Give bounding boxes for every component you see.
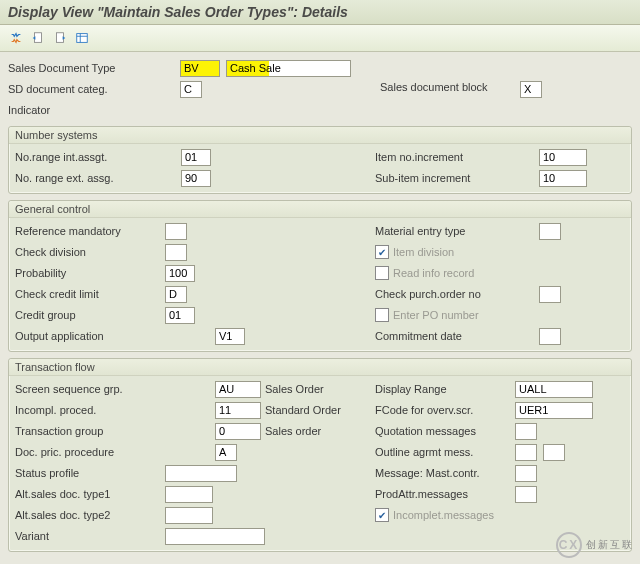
no-range-ext-input[interactable] [181,170,211,187]
indicator-label: Indicator [8,104,180,116]
watermark-text: 创新互联 [586,538,634,552]
alt-sales-1-label: Alt.sales doc. type1 [15,488,165,500]
ref-mandatory-input[interactable] [165,223,187,240]
general-control-group: General control Reference mandatory Chec… [8,200,632,352]
item-inc-label: Item no.increment [375,151,539,163]
check-division-label: Check division [15,246,165,258]
material-entry-label: Material entry type [375,225,539,237]
sales-doc-type-desc-input[interactable] [226,60,351,77]
check-credit-label: Check credit limit [15,288,165,300]
incompl-proc-text: Standard Order [265,404,361,416]
outline-agrmt-label: Outline agrmt mess. [375,446,515,458]
number-systems-title: Number systems [9,127,631,144]
item-inc-input[interactable] [539,149,587,166]
fcode-input[interactable] [515,402,593,419]
alt-sales-2-input[interactable] [165,507,213,524]
transaction-flow-title: Transaction flow [9,359,631,376]
display-range-label: Display Range [375,383,515,395]
transaction-flow-group: Transaction flow Screen sequence grp.Sal… [8,358,632,552]
sd-cat-label: SD document categ. [8,83,180,95]
form-content: Sales Document Type SD document categ. S… [0,52,640,552]
transaction-group-input[interactable] [215,423,261,440]
svg-rect-1 [57,33,64,43]
incompl-proc-input[interactable] [215,402,261,419]
prodattr-msg-label: ProdAttr.messages [375,488,515,500]
check-division-input[interactable] [165,244,187,261]
sd-cat-input[interactable] [180,81,202,98]
material-entry-input[interactable] [539,223,561,240]
status-profile-input[interactable] [165,465,237,482]
check-credit-input[interactable] [165,286,187,303]
output-app-label: Output application [15,330,215,342]
screen-seq-text: Sales Order [265,383,361,395]
quotation-msg-label: Quotation messages [375,425,515,437]
sales-doc-block-label: Sales document block [380,81,520,98]
svg-rect-0 [35,33,42,43]
sales-doc-type-label: Sales Document Type [8,62,180,74]
doc-pric-proc-input[interactable] [215,444,237,461]
commitment-date-input[interactable] [539,328,561,345]
output-app-input[interactable] [215,328,245,345]
outline-agrmt-input[interactable] [515,444,537,461]
alt-sales-1-input[interactable] [165,486,213,503]
variant-label: Variant [15,530,165,542]
probability-label: Probability [15,267,165,279]
enter-po-label: Enter PO number [393,309,479,321]
screen-seq-label: Screen sequence grp. [15,383,215,395]
msg-mast-contr-label: Message: Mast.contr. [375,467,515,479]
svg-rect-2 [77,34,88,43]
watermark-icon: CX [556,532,582,558]
no-range-int-label: No.range int.assgt. [15,151,181,163]
document-back-icon[interactable] [28,29,48,47]
transaction-group-label: Transaction group [15,425,215,437]
toggle-icon[interactable] [6,29,26,47]
item-division-checkbox[interactable]: ✔ [375,245,389,259]
document-forward-icon[interactable] [50,29,70,47]
screen-seq-input[interactable] [215,381,261,398]
alt-sales-2-label: Alt.sales doc. type2 [15,509,165,521]
enter-po-checkbox[interactable] [375,308,389,322]
window-title: Display View "Maintain Sales Order Types… [0,0,640,25]
read-info-checkbox[interactable] [375,266,389,280]
transaction-group-text: Sales order [265,425,361,437]
general-control-title: General control [9,201,631,218]
sales-doc-type-input[interactable] [180,60,220,77]
display-range-input[interactable] [515,381,593,398]
commitment-date-label: Commitment date [375,330,539,342]
read-info-label: Read info record [393,267,474,279]
no-range-ext-label: No. range ext. assg. [15,172,181,184]
ref-mandatory-label: Reference mandatory [15,225,165,237]
variant-input[interactable] [165,528,265,545]
probability-input[interactable] [165,265,195,282]
sub-inc-label: Sub-item increment [375,172,539,184]
prodattr-msg-input[interactable] [515,486,537,503]
doc-pric-proc-label: Doc. pric. procedure [15,446,215,458]
sales-doc-block-input[interactable] [520,81,542,98]
credit-group-input[interactable] [165,307,195,324]
quotation-msg-input[interactable] [515,423,537,440]
incomplete-msg-checkbox[interactable]: ✔ [375,508,389,522]
fcode-label: FCode for overv.scr. [375,404,515,416]
msg-mast-contr-input[interactable] [515,465,537,482]
table-icon[interactable] [72,29,92,47]
check-po-input[interactable] [539,286,561,303]
number-systems-group: Number systems No.range int.assgt. No. r… [8,126,632,194]
incompl-proc-label: Incompl. proced. [15,404,215,416]
sub-inc-input[interactable] [539,170,587,187]
status-profile-label: Status profile [15,467,165,479]
item-division-label: Item division [393,246,454,258]
incomplete-msg-label: Incomplet.messages [393,509,494,521]
check-po-label: Check purch.order no [375,288,539,300]
no-range-int-input[interactable] [181,149,211,166]
credit-group-label: Credit group [15,309,165,321]
toolbar [0,25,640,52]
watermark: CX 创新互联 [556,532,634,558]
outline-agrmt-input-2[interactable] [543,444,565,461]
